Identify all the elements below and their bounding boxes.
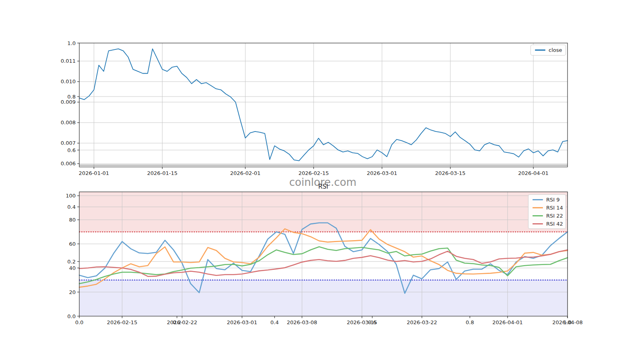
rsi-legend: RSI 9RSI 14RSI 22RSI 42 bbox=[528, 194, 566, 229]
y-tick-label-twin: 0.8 bbox=[67, 94, 76, 100]
legend-line-sample bbox=[533, 223, 543, 224]
price-legend: close bbox=[530, 45, 566, 56]
legend-line-sample bbox=[533, 207, 543, 208]
legend-entry: RSI 9 bbox=[533, 197, 561, 203]
y-tick-label-twin: 0.4 bbox=[67, 204, 76, 210]
series-rsi-22 bbox=[79, 247, 568, 284]
y-tick-label-twin: 0.0 bbox=[67, 313, 76, 319]
legend-label: close bbox=[549, 47, 562, 53]
y-tick-label: 80 bbox=[69, 217, 76, 223]
y-tick-label-twin: 0.6 bbox=[67, 147, 76, 153]
band bbox=[79, 280, 568, 316]
legend-entry: RSI 14 bbox=[533, 205, 561, 211]
x-tick-label-twin: 0.0 bbox=[75, 319, 84, 325]
legend-label: RSI 14 bbox=[546, 205, 563, 211]
y-tick-label: 0.011 bbox=[61, 58, 76, 64]
x-tick-label: 2026-02-22 bbox=[167, 319, 198, 325]
y-tick-label: 0.010 bbox=[61, 78, 76, 84]
x-tick-label: 2026-03-15 bbox=[435, 170, 466, 176]
x-tick-label: 2026-03-22 bbox=[407, 319, 437, 325]
x-tick-label: 2026-01-15 bbox=[147, 170, 178, 176]
legend-label: RSI 22 bbox=[546, 213, 563, 219]
x-tick-label-twin: 0.2 bbox=[173, 319, 181, 325]
legend-label: RSI 42 bbox=[546, 221, 563, 227]
legend-line-sample bbox=[535, 49, 545, 51]
x-tick-label: 2026-04-01 bbox=[492, 319, 523, 325]
y-tick-label-twin: 1.0 bbox=[67, 40, 76, 46]
x-tick-label-twin: 1.0 bbox=[564, 319, 572, 325]
series-rsi-14 bbox=[79, 229, 568, 287]
legend-label: RSI 9 bbox=[546, 197, 560, 203]
y-tick-label: 100 bbox=[66, 193, 76, 199]
x-tick-label: 2026-02-01 bbox=[230, 170, 261, 176]
price-chart: 0.0110.0100.0090.0080.0070.0061.00.80.62… bbox=[61, 40, 568, 177]
x-tick-label-twin: 0.8 bbox=[466, 319, 474, 325]
legend-line-sample bbox=[533, 215, 543, 216]
axes-box bbox=[79, 43, 568, 167]
x-tick-label: 2026-03-08 bbox=[287, 319, 318, 325]
y-tick-label-twin: 0.2 bbox=[67, 259, 76, 265]
legend-entry: RSI 42 bbox=[533, 221, 561, 227]
y-tick-label: 0.008 bbox=[61, 119, 76, 125]
series-close bbox=[79, 49, 568, 160]
y-tick-label: 60 bbox=[69, 241, 76, 247]
x-tick-label-twin: 0.4 bbox=[270, 319, 279, 325]
x-tick-label: 2026-03-01 bbox=[367, 170, 397, 176]
legend-line-sample bbox=[533, 199, 543, 200]
y-tick-label: 0.009 bbox=[61, 99, 76, 105]
band bbox=[79, 192, 568, 232]
legend-entry: RSI 22 bbox=[533, 213, 561, 219]
figure: 0.0110.0100.0090.0080.0070.0061.00.80.62… bbox=[0, 0, 644, 362]
y-tick-label: 40 bbox=[69, 265, 76, 271]
x-tick-label: 2026-02-15 bbox=[298, 170, 329, 176]
y-tick-label: 0.006 bbox=[61, 160, 76, 167]
x-tick-label-twin: 0.6 bbox=[368, 319, 376, 325]
x-tick-label: 2026-02-15 bbox=[107, 319, 138, 325]
rsi-chart-title: RSI bbox=[318, 183, 328, 190]
rsi-chart: 100806040200.40.20.02026-02-152026-02-22… bbox=[66, 192, 583, 325]
x-tick-label: 2026-04-01 bbox=[518, 170, 549, 176]
y-tick-label: 0.007 bbox=[61, 140, 76, 146]
x-tick-label: 2026-03-01 bbox=[227, 319, 258, 325]
y-tick-label: 20 bbox=[69, 289, 76, 295]
legend-entry: close bbox=[535, 47, 561, 53]
x-tick-label: 2026-01-01 bbox=[79, 170, 109, 176]
